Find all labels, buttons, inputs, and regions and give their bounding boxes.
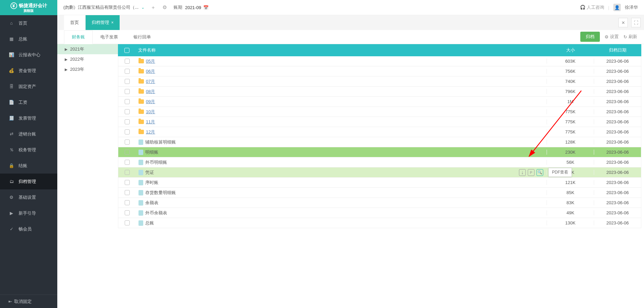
nav-item-guide[interactable]: ▶新手引导 xyxy=(0,205,57,221)
invoice-icon: 🧾 xyxy=(8,115,14,121)
row-checkbox[interactable] xyxy=(125,220,130,225)
table-row[interactable]: 明细账230K2023-06-06 xyxy=(118,147,641,157)
row-checkbox[interactable] xyxy=(125,140,130,145)
caret-right-icon: ▶ xyxy=(65,57,67,62)
subtab-银行回单[interactable]: 银行回单 xyxy=(126,30,159,44)
row-checkbox[interactable] xyxy=(125,59,130,64)
row-checkbox[interactable] xyxy=(125,170,130,175)
nav-item-asset[interactable]: 🗄固定资产 xyxy=(0,79,57,94)
period-value[interactable]: 2021-09 xyxy=(185,5,201,10)
subtab-财务账[interactable]: 财务账 xyxy=(64,30,93,44)
nav-item-salary[interactable]: 📄工资 xyxy=(0,94,57,110)
close-all-button[interactable]: ✕ xyxy=(618,18,628,27)
row-checkbox[interactable] xyxy=(125,180,130,185)
unpin-button[interactable]: ⇤取消固定 xyxy=(0,295,57,308)
table-row[interactable]: 外币余额表49K2023-06-06 xyxy=(118,208,641,218)
file-name-link[interactable]: 05月 xyxy=(146,58,155,64)
nav-item-close[interactable]: 🔒结账 xyxy=(0,158,57,174)
file-icon xyxy=(139,220,143,226)
nav-item-member[interactable]: ✓畅会员 xyxy=(0,221,57,237)
table-row[interactable]: 10月775K2023-06-06 xyxy=(118,107,641,117)
table-row[interactable]: 11月775K2023-06-06 xyxy=(118,117,641,127)
table-row[interactable]: 余额表83K2023-06-06 xyxy=(118,198,641,208)
file-name-link[interactable]: 07月 xyxy=(146,79,155,85)
nav-label: 畅会员 xyxy=(19,226,32,232)
support-link[interactable]: 🎧 人工咨询 xyxy=(580,4,604,10)
table-row[interactable]: 12月775K2023-06-06 xyxy=(118,127,641,137)
nav-item-archive[interactable]: 🗂归档管理 xyxy=(0,174,57,189)
nav-item-home[interactable]: ⌂首页 xyxy=(0,15,57,31)
chevron-down-icon[interactable]: ⌄ xyxy=(141,5,145,10)
preview-icon[interactable]: 🔍 xyxy=(536,169,543,176)
username[interactable]: 徐泽华 xyxy=(625,4,638,10)
row-checkbox[interactable] xyxy=(125,200,130,205)
nav-item-invoice[interactable]: 🧾发票管理 xyxy=(0,110,57,126)
archive-button[interactable]: 归档 xyxy=(580,32,600,42)
row-checkbox[interactable] xyxy=(125,99,130,104)
pdf-icon[interactable]: P xyxy=(528,169,534,176)
table-row[interactable]: 08月796K2023-06-06 xyxy=(118,87,641,97)
row-checkbox[interactable] xyxy=(125,190,130,195)
table-row[interactable]: 序时账121K2023-06-06 xyxy=(118,178,641,188)
nav-item-inout[interactable]: ⇄进销台账 xyxy=(0,126,57,142)
year-tree: ▶2021年▶2022年▶2023年 xyxy=(57,44,118,308)
tree-item-2021年[interactable]: ▶2021年 xyxy=(57,44,118,54)
row-checkbox[interactable] xyxy=(125,210,130,215)
row-checkbox[interactable] xyxy=(125,129,130,134)
table-row[interactable]: 09月1M2023-06-06 xyxy=(118,97,641,107)
row-checkbox[interactable] xyxy=(125,69,130,74)
table-row[interactable]: 外币明细账56K2023-06-06 xyxy=(118,157,641,167)
file-name: 明细账 xyxy=(145,149,158,155)
download-icon[interactable]: ⭳ xyxy=(519,169,526,176)
tab-归档管理[interactable]: 归档管理× xyxy=(86,15,120,30)
nav-item-report[interactable]: 📊云报表中心 xyxy=(0,47,57,63)
calendar-icon[interactable]: 📅 xyxy=(203,5,209,10)
tree-item-2022年[interactable]: ▶2022年 xyxy=(57,54,118,64)
gear-icon[interactable]: ⚙ xyxy=(162,4,167,10)
nav-label: 税务管理 xyxy=(19,147,36,153)
company-selector[interactable]: (勿删）江西服宝精品有限责任公司（... xyxy=(63,4,139,10)
table-row[interactable]: 存货数量明细账85K2023-06-06 xyxy=(118,188,641,198)
row-checkbox[interactable] xyxy=(125,150,130,155)
file-name: 外币明细账 xyxy=(145,159,167,165)
row-checkbox[interactable] xyxy=(125,119,130,124)
guide-icon: ▶ xyxy=(8,210,14,216)
fullscreen-button[interactable]: ⛶ xyxy=(631,18,641,27)
nav-item-ledger[interactable]: ▦总账 xyxy=(0,31,57,47)
row-checkbox[interactable] xyxy=(125,89,130,94)
table-row[interactable]: 07月740K2023-06-06 xyxy=(118,76,641,87)
file-icon xyxy=(139,200,143,206)
table-row[interactable]: 总账130K2023-06-06 xyxy=(118,218,641,228)
avatar[interactable]: 👤 xyxy=(613,4,621,11)
tab-首页[interactable]: 首页 xyxy=(64,15,85,30)
tab-close-icon[interactable]: × xyxy=(111,20,114,25)
file-name-link[interactable]: 12月 xyxy=(146,129,155,135)
table-row[interactable]: 05月603K2023-06-06 xyxy=(118,56,641,66)
tree-item-2023年[interactable]: ▶2023年 xyxy=(57,64,118,74)
file-name-link[interactable]: 08月 xyxy=(146,89,155,95)
table-row[interactable]: 06月756K2023-06-06 xyxy=(118,66,641,76)
file-name-link[interactable]: 10月 xyxy=(146,109,155,115)
nav-item-settings[interactable]: ⚙基础设置 xyxy=(0,189,57,205)
file-name-link[interactable]: 11月 xyxy=(146,119,155,125)
archive-date: 2023-06-06 xyxy=(594,160,641,165)
file-name: 辅助核算明细账 xyxy=(145,139,176,145)
nav-item-fund[interactable]: 💰资金管理 xyxy=(0,63,57,79)
row-checkbox[interactable] xyxy=(125,160,130,165)
subtab-电子发票[interactable]: 电子发票 xyxy=(93,30,126,44)
refresh-button[interactable]: ↻ 刷新 xyxy=(623,34,637,40)
row-checkbox[interactable] xyxy=(125,109,130,114)
add-icon[interactable]: ＋ xyxy=(151,4,156,11)
row-checkbox[interactable] xyxy=(125,79,130,84)
select-all-checkbox[interactable] xyxy=(124,48,129,53)
folder-icon xyxy=(139,130,144,134)
table-row[interactable]: 凭证⭳P🔍PDF查看33K2023-06-06 xyxy=(118,167,641,178)
file-name-link[interactable]: 09月 xyxy=(146,99,155,105)
file-size: 49K xyxy=(547,210,594,215)
settings-button[interactable]: ⚙ 设置 xyxy=(605,34,619,40)
file-name-link[interactable]: 06月 xyxy=(146,68,155,74)
nav-label: 资金管理 xyxy=(19,68,36,74)
nav-item-tax[interactable]: ％税务管理 xyxy=(0,142,57,158)
table-row[interactable]: 辅助核算明细账128K2023-06-06 xyxy=(118,137,641,147)
nav-label: 总账 xyxy=(19,36,27,42)
